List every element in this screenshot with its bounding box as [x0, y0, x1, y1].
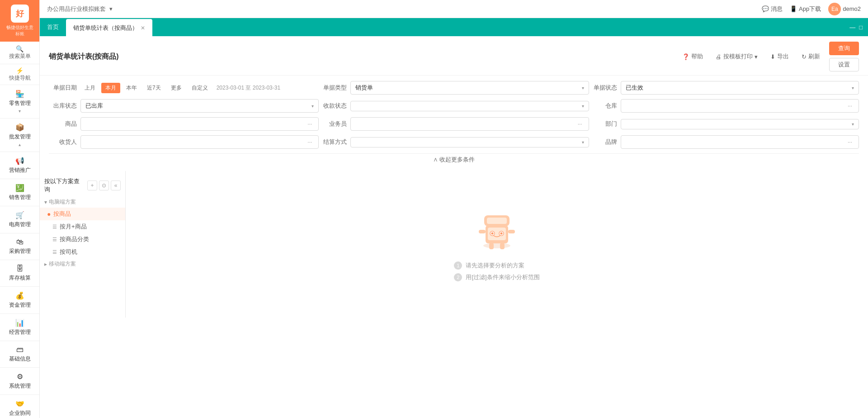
help-label: 帮助 [691, 52, 703, 61]
list-icon2: ☰ [52, 237, 57, 242]
recipient-input[interactable]: ··· [80, 135, 319, 149]
recipient-label: 收货人 [49, 138, 80, 146]
inventory-icon: 🗄 [16, 265, 24, 273]
settle-select[interactable]: ▾ [350, 137, 589, 147]
user-profile[interactable]: Ea demo2 [828, 3, 861, 15]
print-btn[interactable]: 🖨 按模板打印 ▾ [712, 51, 761, 62]
active-tab-label: 销货单统计表（按商品） [73, 24, 138, 32]
goods-more[interactable]: ··· [306, 120, 314, 128]
sidebar-item-enterprise[interactable]: 🤝 企业协同 [0, 395, 39, 418]
enterprise-icon: 🤝 [15, 399, 24, 408]
salesman-more[interactable]: ··· [576, 120, 584, 128]
sidebar: 好 畅捷信好生意 标账 🔍 搜索菜单 ⚡ 快捷导航 🏪 零售管理 ▾ 📦 批发管… [0, 0, 40, 418]
sidebar-item-wholesale[interactable]: 📦 批发管理 ▴ [0, 119, 39, 152]
warehouse-more[interactable]: ··· [846, 102, 854, 110]
tab-close-btn[interactable]: ✕ [141, 25, 145, 31]
out-status-select[interactable]: 已出库 ▾ [80, 99, 319, 113]
empty-steps: 1 请先选择要分析的方案 2 用[过滤]条件来缩小分析范围 [454, 261, 539, 281]
sidebar-item-ecommerce[interactable]: 🛒 电商管理 [0, 206, 39, 233]
status-select[interactable]: 已生效 ▾ [621, 81, 859, 95]
dept-control: ▾ [621, 119, 859, 129]
tree-item-goods-category[interactable]: ☰ 按商品分类 [40, 233, 125, 246]
tree-item-month-goods[interactable]: ☰ 按月+商品 [40, 220, 125, 233]
recipient-control: ··· [80, 135, 319, 149]
svg-point-5 [491, 233, 494, 235]
sidebar-item-inventory[interactable]: 🗄 库存核算 [0, 260, 39, 287]
collapse-btn[interactable]: ∧ 收起更多条件 [49, 153, 859, 166]
tab-sales-stats[interactable]: 销货单统计表（按商品） ✕ [66, 19, 152, 37]
goods-control: ··· [80, 117, 319, 131]
left-panel-header: 按以下方案查询 + ⊙ « [40, 175, 125, 196]
brand-input[interactable]: ··· [621, 135, 859, 149]
help-btn[interactable]: ❓ 帮助 [679, 51, 707, 62]
sidebar-item-marketing[interactable]: 📢 营销推广 [0, 152, 39, 179]
settle-control: ▾ [350, 137, 589, 147]
edit-scheme-btn[interactable]: ⊙ [99, 180, 109, 190]
date-last-month[interactable]: 上月 [80, 83, 99, 93]
sales-icon: 💹 [15, 184, 24, 192]
query-setting-group: 查询 设置 [829, 42, 859, 71]
add-scheme-btn[interactable]: + [87, 180, 97, 190]
status-label: 单据状态 [589, 84, 621, 92]
sidebar-item-sales[interactable]: 💹 销售管理 [0, 179, 39, 206]
date-7days[interactable]: 近7天 [143, 83, 165, 93]
message-label: 消息 [771, 5, 783, 13]
tree-section-mobile: ▸ 移动端方案 [40, 258, 125, 270]
sidebar-item-finance[interactable]: 💰 资金管理 [0, 287, 39, 314]
tab-home[interactable]: 首页 [40, 18, 66, 36]
query-btn[interactable]: 查询 [829, 42, 859, 55]
out-status-value: 已出库 [85, 102, 103, 110]
message-btn[interactable]: 💬 消息 [762, 5, 783, 13]
collapse-panel-btn[interactable]: « [111, 180, 121, 190]
doc-type-select[interactable]: 销货单 ▾ [350, 81, 589, 95]
retail-icon: 🏪 [15, 90, 24, 98]
sidebar-item-basic[interactable]: 🗃 基础信息 [0, 341, 39, 368]
export-btn[interactable]: ⬇ 导出 [767, 51, 793, 62]
brand-control: ··· [621, 135, 859, 149]
date-custom[interactable]: 自定义 [188, 83, 212, 93]
home-tab-label: 首页 [47, 23, 59, 31]
recipient-more[interactable]: ··· [306, 138, 314, 146]
dept-select[interactable]: ▾ [621, 119, 859, 129]
settings-btn[interactable]: 设置 [829, 58, 859, 71]
brand-more[interactable]: ··· [846, 138, 854, 146]
search-menu[interactable]: 🔍 搜索菜单 [0, 42, 39, 64]
logo-sub: 畅捷信好生意 [6, 24, 33, 31]
salesman-input[interactable]: ··· [350, 117, 589, 131]
operation-icon: 📊 [15, 318, 24, 327]
warehouse-input[interactable]: ··· [621, 99, 859, 113]
date-this-month[interactable]: 本月 [101, 83, 120, 93]
sidebar-item-retail[interactable]: 🏪 零售管理 ▾ [0, 85, 39, 119]
main-area: 办公用品行业模拟账套 ▾ 💬 消息 📱 App下载 Ea demo2 首页 [40, 0, 868, 418]
sidebar-item-system[interactable]: ⚙ 系统管理 [0, 368, 39, 395]
empty-step-2: 2 用[过滤]条件来缩小分析范围 [454, 273, 539, 281]
sidebar-item-operation[interactable]: 📊 经营管理 [0, 314, 39, 341]
page-actions: ❓ 帮助 🖨 按模板打印 ▾ ⬇ 导出 ↻ 刷新 [679, 42, 859, 71]
empty-state: 1 请先选择要分析的方案 2 用[过滤]条件来缩小分析范围 [126, 171, 868, 318]
expand-icon2: ▸ [44, 261, 47, 267]
export-label: 导出 [777, 52, 789, 61]
window-minimize-btn[interactable]: — [849, 24, 855, 31]
settle-chevron: ▾ [582, 140, 584, 145]
goods-input[interactable]: ··· [80, 117, 319, 131]
quick-nav[interactable]: ⚡ 快捷导航 [0, 64, 39, 85]
refresh-label: 刷新 [808, 52, 820, 61]
refresh-btn[interactable]: ↻ 刷新 [798, 51, 824, 62]
logo-text: 标账 [15, 31, 24, 37]
window-maximize-btn[interactable]: □ [859, 24, 863, 31]
tree-item-driver[interactable]: ☰ 按司机 [40, 246, 125, 258]
collect-status-select[interactable]: ▾ [350, 101, 589, 111]
date-more[interactable]: 更多 [167, 83, 186, 93]
topbar-right: 💬 消息 📱 App下载 Ea demo2 [762, 3, 861, 15]
item-label: 按月+商品 [60, 223, 87, 231]
out-status-label: 出库状态 [49, 102, 80, 110]
tree-item-by-goods[interactable]: ● 按商品 [40, 208, 125, 220]
left-panel-icons: + ⊙ « [87, 180, 121, 190]
doc-type-value: 销货单 [355, 84, 373, 92]
item-label: 按司机 [60, 248, 77, 256]
app-download-btn[interactable]: 📱 App下载 [790, 5, 821, 13]
svg-rect-10 [508, 230, 515, 233]
date-this-year[interactable]: 本年 [122, 83, 141, 93]
sidebar-item-purchase[interactable]: 🛍 采购管理 [0, 233, 39, 260]
marketing-icon: 📢 [15, 157, 24, 165]
